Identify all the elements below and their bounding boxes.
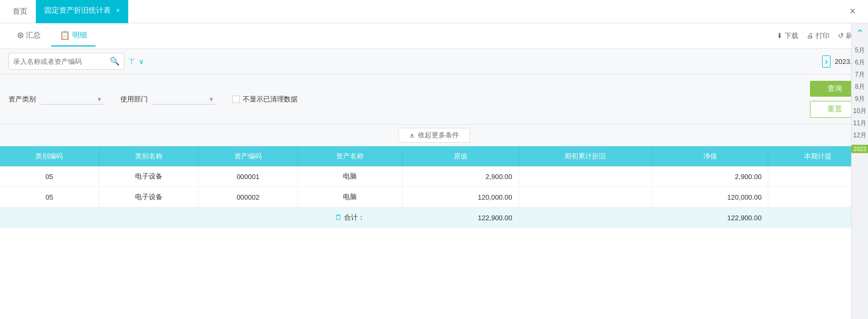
search-icon[interactable]: 🔍 xyxy=(110,57,120,66)
col-accum-depr: 期初累计折旧 xyxy=(519,146,652,166)
cell-cat-name: 电子设备 xyxy=(99,187,198,208)
table-row: 05 电子设备 000001 电脑 2,900.00 2,900.00 xyxy=(0,166,868,187)
filter-row: 资产类别 ▼ 使用部门 ▼ 不显示已清理数据 查询 重置 xyxy=(0,74,868,125)
scroll-up-icon[interactable]: ⌃ xyxy=(856,27,864,39)
print-button[interactable]: 🖨 打印 xyxy=(807,31,829,41)
more-conditions-button[interactable]: ⊤ ∨ xyxy=(129,58,144,65)
expand-sidebar-button[interactable]: › xyxy=(822,55,831,68)
department-select-wrap: ▼ xyxy=(152,94,215,105)
refresh-icon: ↺ xyxy=(838,32,844,40)
cell-net-value: 120,000.00 xyxy=(652,187,768,208)
asset-category-select[interactable] xyxy=(40,94,103,105)
asset-category-label: 资产类别 xyxy=(8,95,36,104)
cell-net-value: 2,900.00 xyxy=(652,166,768,187)
search-row: 🔍 ⊤ ∨ › 2023.01 xyxy=(0,49,868,74)
chevron-up-icon: ∧ xyxy=(409,132,415,139)
sidebar-month-item[interactable]: 8月 xyxy=(853,81,866,93)
sidebar-month-item[interactable]: 5月 xyxy=(853,44,866,57)
search-input[interactable] xyxy=(13,58,110,65)
total-label-cell xyxy=(0,208,298,228)
data-table-wrap: 类别编码 类别名称 资产编码 资产名称 原值 期初累计折旧 净值 本期计提 05… xyxy=(0,146,868,319)
department-label: 使用部门 xyxy=(120,95,148,104)
data-table: 类别编码 类别名称 资产编码 资产名称 原值 期初累计折旧 净值 本期计提 05… xyxy=(0,146,868,228)
chevron-down-icon: ∨ xyxy=(139,58,144,65)
main-tab[interactable]: 固定资产折旧统计表 × xyxy=(36,0,128,23)
cell-original-value: 120,000.00 xyxy=(403,187,519,208)
search-wrap: 🔍 xyxy=(8,53,125,70)
cell-original-value: 2,900.00 xyxy=(403,166,519,187)
cell-cat-name: 电子设备 xyxy=(99,166,198,187)
download-icon: ⬇ xyxy=(777,32,783,40)
col-cat-name: 类别名称 xyxy=(99,146,198,166)
total-net-value: 122,900.00 xyxy=(652,208,768,228)
cell-cat-code: 05 xyxy=(0,166,99,187)
cell-asset-code: 000002 xyxy=(198,187,298,208)
total-row: 🗒合计： 122,900.00 122,900.00 xyxy=(0,208,868,228)
cell-cat-code: 05 xyxy=(0,187,99,208)
cell-accum-depr xyxy=(519,166,652,187)
filter-icon: ⊤ xyxy=(129,58,135,65)
tab-title: 固定资产折旧统计表 xyxy=(44,6,111,15)
cell-asset-name: 电脑 xyxy=(298,166,402,187)
col-original-value: 原值 xyxy=(403,146,519,166)
hide-cleared-checkbox[interactable]: 不显示已清理数据 xyxy=(232,95,298,104)
cell-accum-depr xyxy=(519,187,652,208)
collapse-row: ∧ 收起更多条件 xyxy=(0,125,868,146)
year-badge: 2023 xyxy=(851,145,868,153)
sidebar-month-item[interactable]: 7月 xyxy=(853,69,866,81)
col-cat-code: 类别编码 xyxy=(0,146,99,166)
department-filter: 使用部门 ▼ xyxy=(120,94,215,105)
col-asset-name: 资产名称 xyxy=(298,146,402,166)
total-label: 🗒合计： xyxy=(298,208,402,228)
toolbar-actions: ⬇ 下载 🖨 打印 ↺ 刷新 xyxy=(777,31,860,41)
total-accum-depr xyxy=(519,208,652,228)
close-window-button[interactable]: × xyxy=(845,4,860,19)
sidebar-month-item[interactable]: 10月 xyxy=(853,105,866,117)
sidebar-month-item[interactable]: 12月 xyxy=(853,129,866,142)
tab-summary[interactable]: ⊛ 汇总 xyxy=(8,25,49,46)
close-tab-button[interactable]: × xyxy=(116,7,120,14)
detail-icon: 📋 xyxy=(60,30,70,40)
sidebar-month-item[interactable]: 6月 xyxy=(853,57,866,69)
table-header-row: 类别编码 类别名称 资产编码 资产名称 原值 期初累计折旧 净值 本期计提 xyxy=(0,146,868,166)
sidebar-month-item[interactable]: 9月 xyxy=(853,93,866,105)
checkbox-box xyxy=(232,96,240,103)
total-original-value: 122,900.00 xyxy=(403,208,519,228)
summary-icon: ⊛ xyxy=(17,30,24,40)
table-row: 05 电子设备 000002 电脑 120,000.00 120,000.00 xyxy=(0,187,868,208)
download-button[interactable]: ⬇ 下载 xyxy=(777,31,798,41)
print-icon: 🖨 xyxy=(807,32,814,40)
toolbar: ⊛ 汇总 📋 明细 ⬇ 下载 🖨 打印 ↺ 刷新 xyxy=(0,23,868,49)
hide-cleared-label: 不显示已清理数据 xyxy=(243,95,298,104)
col-asset-code: 资产编码 xyxy=(198,146,298,166)
cell-asset-code: 000001 xyxy=(198,166,298,187)
asset-category-select-wrap: ▼ xyxy=(40,94,103,105)
asset-category-filter: 资产类别 ▼ xyxy=(8,94,103,105)
right-sidebar: ⌃ 5月6月7月8月9月10月11月12月 2023 xyxy=(851,23,868,319)
collapse-button[interactable]: ∧ 收起更多条件 xyxy=(398,128,470,143)
home-nav[interactable]: 首页 xyxy=(8,7,32,16)
sidebar-month-item[interactable]: 11月 xyxy=(853,117,866,129)
tab-detail[interactable]: 📋 明细 xyxy=(51,25,96,46)
department-select[interactable] xyxy=(152,94,215,105)
cell-asset-name: 电脑 xyxy=(298,187,402,208)
col-net-value: 净值 xyxy=(652,146,768,166)
